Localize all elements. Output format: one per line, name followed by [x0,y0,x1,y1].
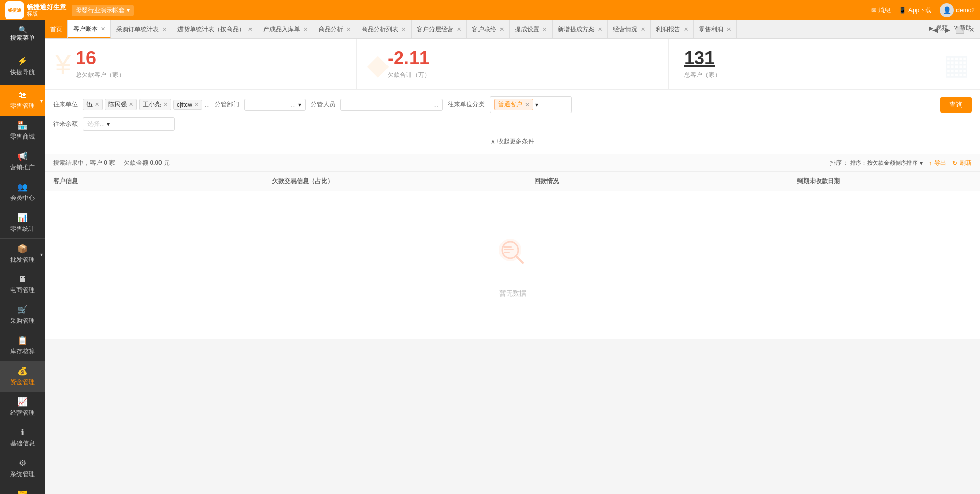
stat-label-customers: 总欠款客户（家） [76,71,125,79]
tab-product-in[interactable]: 产成品入库单 ✕ [258,20,313,38]
category-label: 往来单位分类 [448,100,485,109]
tab-close-product-list[interactable]: ✕ [401,26,406,33]
svg-rect-3 [504,246,512,248]
category-select[interactable]: 普通客户 ✕ ▾ [490,96,572,113]
content-area: 首页 客户账本 ✕ 采购订单统计表 ✕ 进货单统计表（按商品） ✕ 产成品入库单… [45,20,980,494]
sidebar-item-ecommerce[interactable]: 🖥 电商管理 [0,270,45,300]
sidebar-item-purchase[interactable]: 🛒 采购管理 [0,300,45,330]
sidebar-quick-nav: ⚡ 快捷导航 [0,48,45,85]
export-btn[interactable]: ↑ 导出 [929,159,946,167]
tab-close-customer-layer[interactable]: ✕ [457,26,461,33]
filter-tag-3: cjttcw ✕ [173,100,202,110]
sidebar-item-quick-nav[interactable]: ⚡ 快捷导航 [0,51,45,82]
refresh-btn[interactable]: ↻ 刷新 [952,159,972,167]
person-input[interactable]: ... [340,99,443,111]
store-selector[interactable]: 母婴行业演示帐套 ▾ [72,5,134,16]
tab-product-list[interactable]: 商品分析列表 ✕ [356,20,412,38]
dept-label: 分管部门 [215,100,239,109]
filter-row-1: 往来单位 伍 ✕ 陈民强 ✕ 王小亮 [53,96,972,113]
sidebar-item-finance[interactable]: 💰 资金管理 [0,361,45,392]
col-header-customer: 客户信息 [53,177,272,186]
stat-label-customers2: 总客户（家） [684,71,721,79]
page-content: ▶ 视频 ? 帮助 ¥ 16 总欠款客户（家） [45,39,980,494]
balance-label: 往来余额 [53,120,78,128]
person-label: 分管人员 [311,100,335,109]
col-header-repayment: 回款情况 [534,177,796,186]
stat-total-customers2: ▦ 131 总客户（家） [669,39,980,89]
filter-tag-1: 陈民强 ✕ [105,99,137,110]
sidebar-item-marketing[interactable]: 📢 营销推广 [0,146,45,177]
balance-select[interactable]: 选择... ▾ [83,117,175,131]
dept-select[interactable]: ... ▾ [244,99,306,111]
remove-tag-2[interactable]: ✕ [163,101,168,108]
sidebar-item-inventory[interactable]: 📋 库存核算 [0,330,45,361]
filter-more-tags[interactable]: ... [204,101,210,108]
empty-text: 暂无数据 [499,289,526,298]
message-btn[interactable]: ✉ 消息 [871,6,891,15]
user-menu[interactable]: 👤 demo2 [940,3,975,17]
tab-product-analysis[interactable]: 商品分析 ✕ [313,20,356,38]
sidebar-item-batch[interactable]: 📦 批发管理 ▾ [0,239,45,270]
sidebar-search[interactable]: 🔍 搜索菜单 [0,20,45,48]
tab-customer-contact[interactable]: 客户联络 ✕ [467,20,510,38]
tab-close-inventory[interactable]: ✕ [248,26,253,33]
tab-close-ops[interactable]: ✕ [641,26,645,33]
tab-close-retail-profit[interactable]: ✕ [726,26,731,33]
sidebar-item-member[interactable]: 👥 会员中心 [0,177,45,208]
tab-close-customer-contact[interactable]: ✕ [499,26,504,33]
tab-customer-book[interactable]: 客户账本 ✕ [68,20,111,38]
sidebar-item-sys[interactable]: ⚙ 系统管理 [0,453,45,484]
remove-tag-3[interactable]: ✕ [194,101,199,108]
filter-tags-unit: 伍 ✕ 陈民强 ✕ 王小亮 ✕ [83,99,210,110]
logo-text: 畅捷通好生意 标版 [27,3,66,18]
table-header: 客户信息 欠款交易信息（占比） 回款情况 到期未收款日期 [45,172,980,191]
tab-close-profit[interactable]: ✕ [683,26,688,33]
collapse-btn[interactable]: ∧ 收起更多条件 [486,135,539,148]
category-value-tag: 普通客户 ✕ [494,99,533,110]
top-bar-right: ✉ 消息 📱 App下载 👤 demo2 [871,3,975,17]
remove-tag-0[interactable]: ✕ [95,101,99,108]
tab-purchase-order[interactable]: 采购订单统计表 ✕ [111,20,172,38]
sidebar-item-enterprise[interactable]: 🤝 企业协同 [0,484,45,494]
stat-value-customers2: 131 [684,49,721,68]
tab-ops-status[interactable]: 经营情况 ✕ [608,20,651,38]
remove-category[interactable]: ✕ [525,101,530,108]
tab-inventory-stats[interactable]: 进货单统计表（按商品） ✕ [172,20,258,38]
query-button[interactable]: 查询 [940,97,972,113]
empty-icon [492,232,533,283]
sidebar-item-basic[interactable]: ℹ 基础信息 [0,422,45,453]
tab-profit-report[interactable]: 利润报告 ✕ [651,20,694,38]
tab-close-new-raise[interactable]: ✕ [598,26,602,33]
tab-home[interactable]: 首页 [45,20,68,38]
svg-rect-5 [504,252,510,253]
filter-area: 往来单位 伍 ✕ 陈民强 ✕ 王小亮 [45,90,980,154]
stat-total-debt: ◆ -2.11 欠款合计（万） [357,39,669,89]
sidebar: 🔍 搜索菜单 ⚡ 快捷导航 🛍 零售管理 ▾ 🏪 零售商城 [0,20,45,494]
tab-close-customer-book[interactable]: ✕ [101,26,105,32]
remove-tag-1[interactable]: ✕ [129,101,133,108]
filter-row-2: 往来余额 选择... ▾ [53,117,972,131]
sidebar-item-ops[interactable]: 📈 经营管理 [0,392,45,422]
svg-line-2 [516,256,523,263]
results-bar: 搜索结果中，客户 0 家 欠款金额 0.00 元 排序： 排序：按欠款金 [45,154,980,172]
col-header-debt: 欠款交易信息（占比） [272,177,534,186]
stat-value-customers: 16 [76,49,125,68]
stats-row: ▶ 视频 ? 帮助 ¥ 16 总欠款客户（家） [45,39,980,90]
sidebar-item-retail-mall[interactable]: 🏪 零售商城 [0,116,45,146]
tab-customer-layer[interactable]: 客户分层经营 ✕ [412,20,467,38]
tab-new-raise[interactable]: 新增提成方案 ✕ [553,20,608,38]
sidebar-item-retail-mgmt[interactable]: 🛍 零售管理 ▾ [0,85,45,116]
tab-raise-settings[interactable]: 提成设置 ✕ [510,20,553,38]
filter-tag-0: 伍 ✕ [83,99,103,110]
app-download-btn[interactable]: 📱 App下载 [899,6,931,15]
empty-state: 暂无数据 [45,191,980,339]
tab-close-product-analysis[interactable]: ✕ [346,26,351,33]
sort-select[interactable]: 排序： 排序：按欠款金额倒序排序 ▾ [830,159,923,167]
logo-area: 畅捷通 畅捷通好生意 标版 [5,1,66,19]
tab-close-product-in[interactable]: ✕ [303,26,308,33]
sidebar-item-retail-stat[interactable]: 📊 零售统计 [0,208,45,238]
tab-close-purchase-order[interactable]: ✕ [162,26,167,33]
tab-retail-profit[interactable]: 零售利润 ✕ [694,20,737,38]
svg-rect-4 [504,249,514,250]
tab-close-raise[interactable]: ✕ [542,26,547,33]
